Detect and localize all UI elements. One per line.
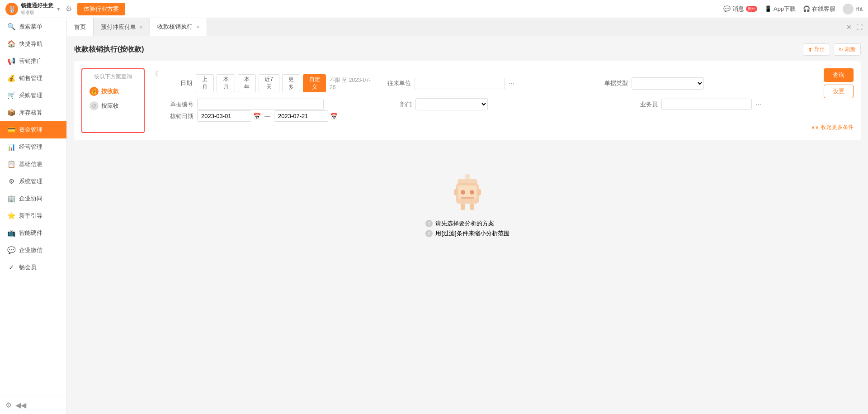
tab-expand-btn[interactable]: ⛶: [854, 23, 864, 32]
headset-icon: 🎧: [803, 5, 810, 12]
page-content: 收款核销执行(按收款) ⬆ 导出 ↻ 刷新 按以下方案查询: [67, 36, 868, 414]
user-profile[interactable]: Rit: [843, 4, 863, 14]
sidebar-item-operation[interactable]: 📊 经营管理: [0, 138, 66, 156]
date-btn-this-month[interactable]: 本月: [217, 74, 235, 92]
export-icon: ⬆: [808, 47, 812, 53]
sidebar-item-purchase[interactable]: 🛒 采购管理: [0, 87, 66, 104]
top-bar-right: 💬 消息 99+ 📱 App下载 🎧 在线客服 Rit: [723, 4, 863, 14]
export-btn[interactable]: ⬆ 导出: [803, 43, 830, 56]
sidebar-item-finance[interactable]: 💳 资金管理: [0, 121, 66, 138]
tab-verify-close[interactable]: ×: [196, 24, 199, 29]
tab-close-btn[interactable]: ✕: [844, 23, 854, 32]
bill-no-input[interactable]: [197, 99, 324, 110]
verify-date-end-input[interactable]: [274, 110, 328, 122]
cal-start-icon[interactable]: 📅: [253, 113, 261, 120]
brand-icon: 🐰: [5, 3, 18, 15]
collapse-sidebar-icon[interactable]: ◀◀: [15, 401, 26, 409]
date-btn-last-month[interactable]: 上月: [196, 74, 214, 92]
filter-collapse-btn[interactable]: 《: [152, 68, 161, 133]
empty-tip-2: 2 用[过滤]条件来缩小分析范围: [425, 229, 509, 238]
industry-btn[interactable]: 体验行业方案: [77, 3, 125, 15]
system-icon: ⚙: [7, 177, 15, 186]
sidebar-label-inventory: 库存核算: [19, 109, 42, 117]
verify-date-start-input[interactable]: [197, 110, 251, 122]
date-btn-this-year[interactable]: 本年: [238, 74, 256, 92]
empty-tip-1: 1 请先选择要分析的方案: [425, 219, 509, 228]
smart-hw-icon: 📺: [7, 229, 15, 237]
staff-input[interactable]: [661, 99, 752, 110]
sidebar-item-search-menu[interactable]: 🔍 搜索菜单: [0, 18, 66, 35]
dept-select[interactable]: [415, 98, 488, 110]
sidebar-item-quick-nav[interactable]: 🏠 快捷导航: [0, 35, 66, 52]
filter-option-receipt-label: 按收款: [101, 87, 119, 95]
phone-icon: 📱: [764, 5, 772, 12]
dropdown-icon[interactable]: ▾: [57, 5, 60, 12]
sidebar-item-sales[interactable]: 💰 销售管理: [0, 70, 66, 87]
refresh-icon: ↻: [839, 47, 843, 53]
cal-end-icon[interactable]: 📅: [330, 113, 338, 120]
bill-no-cell: 单据编号: [166, 99, 389, 110]
empty-svg: [445, 167, 490, 213]
tab-verify[interactable]: 收款核销执行 ×: [150, 18, 207, 36]
refresh-btn[interactable]: ↻ 刷新: [834, 43, 861, 56]
empty-illustration: [445, 167, 490, 214]
date-range-text: 不限 至 2023-07-26: [330, 76, 375, 90]
sales-icon: 💰: [7, 74, 15, 82]
trading-unit-input[interactable]: [415, 78, 505, 89]
tab-bar: 首页 预付冲应付单 × 收款核销执行 × ✕ ⛶: [67, 18, 868, 36]
sidebar: 🔍 搜索菜单 🏠 快捷导航 📢 营销推广 💰 销售管理 🛒 采购管理 📦 库存核…: [0, 18, 67, 414]
user-avatar: [843, 4, 854, 14]
sidebar-item-system[interactable]: ⚙ 系统管理: [0, 173, 66, 190]
settings-icon[interactable]: ⚙: [5, 401, 12, 409]
sidebar-item-smart-hw[interactable]: 📺 智能硬件: [0, 224, 66, 242]
tab-prepay[interactable]: 预付冲应付单 ×: [94, 18, 150, 36]
message-btn[interactable]: 💬 消息 99+: [723, 5, 757, 13]
brand-name-text: 畅捷通好生意: [21, 2, 53, 10]
sidebar-item-inventory[interactable]: 📦 库存核算: [0, 104, 66, 121]
online-service-btn[interactable]: 🎧 在线客服: [803, 5, 835, 13]
sidebar-label-wechat: 企业微信: [19, 246, 42, 254]
vip-icon: ✓: [7, 263, 15, 271]
verify-date-cell: 核销日期 📅 — 📅: [166, 110, 854, 122]
staff-dots[interactable]: ···: [755, 100, 761, 109]
filter-option-by-receivable[interactable]: ⏱ 按应收: [86, 99, 140, 113]
gear-icon[interactable]: ⚙: [64, 3, 74, 15]
message-label: 消息: [732, 5, 744, 13]
date-btn-custom[interactable]: 自定义: [303, 74, 326, 92]
tab-home[interactable]: 首页: [67, 18, 94, 36]
sidebar-label-operation: 经营管理: [19, 143, 42, 151]
user-name: Rit: [855, 5, 863, 12]
operation-icon: 📊: [7, 143, 15, 151]
filter-sidebar-title: 按以下方案查询: [86, 73, 140, 81]
svg-point-3: [470, 190, 474, 195]
sidebar-item-enterprise[interactable]: 🏢 企业协同: [0, 190, 66, 207]
collapse-more[interactable]: ∧∧ 收起更多条件: [166, 122, 854, 133]
bill-type-select[interactable]: [632, 77, 704, 90]
filter-option-by-receipt[interactable]: 💰 按收款: [86, 84, 140, 99]
date-btn-more[interactable]: 更多: [282, 74, 300, 92]
sidebar-item-wechat[interactable]: 💬 企业微信: [0, 242, 66, 259]
query-btn[interactable]: 查询: [824, 68, 854, 82]
date-cell: 日期 上月 本月 本年 近7天 更多 自定义 不限 至 2023-07-26: [166, 74, 375, 92]
sidebar-item-vip[interactable]: ✓ 畅会员: [0, 259, 66, 276]
app-download-btn[interactable]: 📱 App下载: [764, 5, 796, 13]
export-label: 导出: [814, 46, 825, 53]
bill-type-cell: 单据类型: [601, 77, 809, 90]
date-btn-7days[interactable]: 近7天: [259, 74, 279, 92]
tab-prepay-close[interactable]: ×: [140, 24, 142, 30]
trading-unit-dots[interactable]: ···: [509, 79, 514, 87]
setting-btn[interactable]: 设置: [824, 85, 854, 98]
sidebar-label-guide: 新手引导: [19, 212, 42, 220]
verify-date-start-group: 📅: [197, 110, 261, 122]
tab-verify-label: 收款核销执行: [157, 23, 193, 31]
page-actions: ⬆ 导出 ↻ 刷新: [803, 43, 861, 56]
sidebar-label-sales: 销售管理: [19, 74, 42, 82]
top-bar-left: 🐰 畅捷通好生意 标准版 ▾ ⚙ 体验行业方案: [5, 2, 125, 16]
wechat-icon: 💬: [7, 246, 15, 254]
verify-date-end-group: 📅: [274, 110, 338, 122]
sidebar-item-guide[interactable]: ⭐ 新手引导: [0, 207, 66, 224]
sidebar-item-basic-info[interactable]: 📋 基础信息: [0, 156, 66, 173]
empty-tips: 1 请先选择要分析的方案 2 用[过滤]条件来缩小分析范围: [425, 219, 509, 238]
tip-num-2: 2: [425, 230, 433, 237]
sidebar-item-marketing[interactable]: 📢 营销推广: [0, 52, 66, 70]
